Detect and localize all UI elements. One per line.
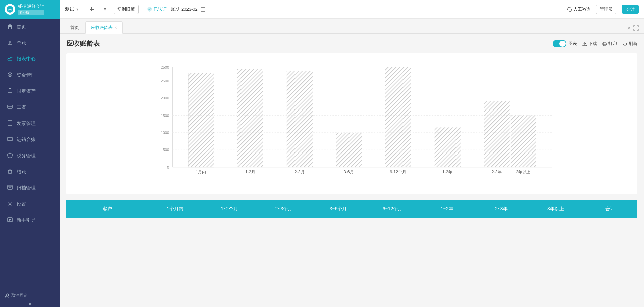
svg-text:1000: 1000: [161, 131, 169, 135]
col-header-3y-plus: 3年以上: [529, 200, 583, 218]
table-container: 客户 1个月内 1~2个月 2~3个月 3~6个月 6~12个月 1~2年 2~…: [66, 200, 637, 218]
tab-home-label: 首页: [70, 25, 79, 31]
close-tab-button[interactable]: ×: [627, 25, 631, 32]
sidebar-item-sales[interactable]: 进销台账: [0, 132, 60, 148]
refresh-label: 刷新: [629, 41, 637, 47]
svg-rect-9: [8, 105, 12, 108]
refresh-button[interactable]: 刷新: [623, 41, 637, 47]
page-actions: 图表 下载 打印: [553, 40, 637, 47]
cancel-fixed-label: 取消固定: [11, 293, 28, 298]
svg-rect-30: [201, 8, 205, 11]
chart-container: 0 500 1000 1500 2000 2500 2500: [66, 53, 637, 194]
settings-button[interactable]: [100, 5, 110, 14]
chart-toggle-group: 图表: [553, 40, 577, 47]
topbar-divider-1: [83, 6, 83, 13]
svg-rect-34: [567, 9, 568, 10]
svg-text:1500: 1500: [161, 114, 169, 118]
svg-rect-54: [188, 73, 214, 167]
svg-text:500: 500: [163, 148, 169, 152]
chart-toggle[interactable]: [553, 40, 566, 47]
user-button[interactable]: 管理员: [596, 5, 616, 14]
project-selector[interactable]: 测试 ▾: [65, 6, 78, 12]
topbar: 测试 ▾ 切到旧版 已认证 账期 2023-02: [60, 0, 644, 19]
svg-rect-61: [511, 115, 536, 167]
svg-marker-25: [9, 219, 11, 221]
print-button[interactable]: 打印: [602, 41, 617, 47]
svg-text:1-2年: 1-2年: [442, 170, 452, 174]
svg-text:1-2月: 1-2月: [245, 170, 255, 174]
sidebar-label-newbie: 新手引导: [17, 217, 36, 223]
svg-text:2000: 2000: [161, 96, 169, 100]
sidebar-item-ledger[interactable]: 总账: [0, 35, 60, 51]
consult-button[interactable]: 人工咨询: [567, 6, 591, 12]
project-name: 测试: [65, 6, 74, 12]
svg-rect-60: [484, 101, 510, 167]
invoice-icon: [7, 120, 13, 127]
sidebar-item-reports[interactable]: 报表中心: [0, 51, 60, 67]
refresh-icon: [623, 41, 627, 46]
svg-rect-59: [435, 127, 461, 167]
reports-icon: [7, 56, 13, 62]
settings-icon: [7, 201, 13, 208]
svg-point-23: [9, 203, 11, 205]
tabbar-actions: ×: [627, 25, 639, 33]
period-display: 账期 2023-02: [171, 6, 206, 13]
tab-aging-label: 应收账龄表: [91, 25, 113, 31]
sidebar-label-reports: 报表中心: [17, 56, 36, 62]
calendar-button[interactable]: [200, 6, 206, 13]
sidebar-label-close: 结账: [17, 169, 26, 175]
chevron-down-icon: ▾: [76, 7, 78, 12]
sidebar-item-assets[interactable]: 固定资产: [0, 83, 60, 99]
sidebar-label-ledger: 总账: [17, 40, 26, 46]
app-logo: 畅捷通好会计 专业版: [0, 0, 60, 19]
tab-home[interactable]: 首页: [65, 22, 85, 33]
switch-version-button[interactable]: 切到旧版: [114, 5, 139, 14]
sidebar-label-payroll: 工资: [17, 104, 26, 111]
app-name: 畅捷通好会计 专业版: [18, 4, 44, 15]
bar-chart: 0 500 1000 1500 2000 2500 2500: [80, 60, 624, 184]
download-button[interactable]: 下载: [582, 41, 597, 47]
col-header-2-3m: 2~3个月: [257, 200, 311, 218]
sidebar-item-close[interactable]: 结账: [0, 164, 60, 180]
col-header-1m: 1个月内: [148, 200, 202, 218]
svg-text:0: 0: [167, 165, 169, 169]
tabbar: 首页 应收账龄表 × ×: [60, 19, 644, 34]
tab-close-icon[interactable]: ×: [115, 25, 117, 30]
sidebar-label-invoice: 发票管理: [17, 121, 36, 127]
certified-badge: 已认证: [147, 6, 167, 12]
accounting-button[interactable]: 会计: [622, 5, 639, 14]
sidebar-item-archive[interactable]: 归档管理: [0, 180, 60, 196]
svg-rect-57: [336, 133, 362, 167]
sidebar-item-home[interactable]: 首页: [0, 19, 60, 35]
page-title: 应收账龄表: [66, 39, 100, 48]
sidebar-item-settings[interactable]: 设置: [0, 196, 60, 212]
sidebar-item-invoice[interactable]: 发票管理: [0, 116, 60, 132]
page-header: 应收账龄表 图表 下载: [66, 39, 637, 48]
sidebar-item-newbie[interactable]: 新手引导: [0, 212, 60, 228]
svg-text:6-12个月: 6-12个月: [390, 170, 406, 174]
tax-icon: [7, 152, 13, 159]
svg-rect-35: [571, 9, 572, 10]
expand-button[interactable]: [633, 25, 639, 32]
sidebar: 畅捷通好会计 专业版 首页 总账: [0, 0, 60, 307]
col-header-6-12m: 6~12个月: [366, 200, 420, 218]
sidebar-label-assets: 固定资产: [17, 88, 36, 94]
pin-icon: [5, 293, 9, 298]
sidebar-item-payroll[interactable]: 工资: [0, 99, 60, 116]
ledger-icon: [7, 40, 13, 46]
col-header-1-2m: 1~2个月: [202, 200, 257, 218]
archive-icon: [7, 185, 13, 191]
topbar-right: 人工咨询 管理员 会计: [567, 5, 639, 14]
svg-point-19: [10, 172, 11, 173]
sidebar-scroll-down[interactable]: ▼: [0, 302, 60, 307]
sidebar-item-tax[interactable]: 税务管理: [0, 148, 60, 164]
sidebar-item-funds[interactable]: ¥ 资金管理: [0, 67, 60, 83]
payroll-icon: [7, 104, 13, 111]
print-icon: [602, 41, 607, 46]
cancel-fixed-btn[interactable]: 取消固定: [0, 289, 60, 302]
tab-aging[interactable]: 应收账龄表 ×: [85, 21, 123, 34]
add-button[interactable]: [87, 5, 96, 14]
sidebar-label-funds: 资金管理: [17, 72, 36, 78]
download-icon: [582, 41, 587, 46]
sidebar-label-tax: 税务管理: [17, 153, 36, 159]
